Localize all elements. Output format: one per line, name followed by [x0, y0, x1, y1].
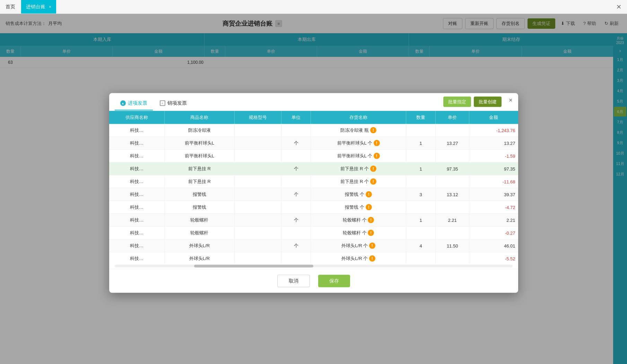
cell-supplier: 科技…	[109, 175, 165, 188]
cell-unit	[281, 124, 311, 137]
cell-spec	[234, 188, 281, 201]
cell-unit-price	[435, 124, 469, 137]
window-close-button[interactable]: ✕	[616, 3, 621, 11]
table-row[interactable]: 科技… 前平衡杆球头L 前平衡杆球头L 个 ! -1.59	[109, 149, 518, 162]
table-row[interactable]: 科技… 轮毂螺杆 轮毂螺杆 个 ! -0.27	[109, 226, 518, 239]
cell-quantity	[406, 201, 436, 214]
outgoing-tab-label: 销项发票	[167, 100, 187, 106]
modal-dialog: ▲ 进项发票 ≡ 销项发票 批量指定 批量创建 × 供应商名称 商品名	[109, 93, 518, 293]
cell-product: 防冻冷却液	[165, 124, 234, 137]
warning-icon: !	[368, 217, 374, 223]
cell-product: 前平衡杆球头L	[165, 149, 234, 162]
home-label: 首页	[6, 4, 15, 10]
horizontal-scrollbar[interactable]	[115, 265, 513, 268]
table-row[interactable]: 科技… 前下悬挂 R 前下悬挂 R 个 ! -11.68	[109, 175, 518, 188]
cell-unit: 个	[281, 188, 311, 201]
cancel-button[interactable]: 取消	[277, 275, 310, 287]
invoice-table: 供应商名称 商品名称 规格型号 单位 存货名称 数量 单价 金额 科技…	[109, 111, 518, 263]
cell-unit-price: 13.12	[435, 188, 469, 201]
cell-unit-price: 97.35	[435, 162, 469, 175]
warning-icon: !	[374, 140, 380, 146]
cell-unit	[281, 175, 311, 188]
table-row[interactable]: 科技… 前下悬挂 R 个 前下悬挂 R 个 ! 1 97.35 97.35	[109, 162, 518, 175]
cell-spec	[234, 162, 281, 175]
tab-outgoing-invoice[interactable]: ≡ 销项发票	[154, 97, 192, 111]
incoming-tab-label: 进项发票	[128, 100, 147, 106]
cell-unit	[281, 201, 311, 214]
cell-product: 轮毂螺杆	[165, 214, 234, 226]
cell-stock: 外球头L/R 个 !	[311, 239, 406, 252]
cell-spec	[234, 226, 281, 239]
tab-incoming-invoice[interactable]: ▲ 进项发票	[115, 97, 153, 111]
cell-amount: 13.27	[469, 137, 518, 149]
cell-quantity: 1	[406, 162, 436, 175]
cell-amount: -1,243.76	[469, 124, 518, 137]
modal-close-button[interactable]: ×	[509, 97, 513, 104]
cell-unit-price: 11.50	[435, 239, 469, 252]
warning-icon: !	[369, 255, 375, 262]
home-tab[interactable]: 首页	[0, 0, 21, 14]
save-button[interactable]: 保存	[318, 275, 350, 287]
cell-product: 外球头L/R	[165, 239, 234, 252]
table-row[interactable]: 科技… 防冻冷却液 防冻冷却液 瓶 ! -1,243.76	[109, 124, 518, 137]
cell-product: 前下悬挂 R	[165, 175, 234, 188]
cell-stock: 前下悬挂 R 个 !	[311, 162, 406, 175]
active-tab[interactable]: 进销台账 ×	[21, 0, 56, 14]
cell-supplier: 科技…	[109, 214, 165, 226]
cell-quantity: 1	[406, 137, 436, 149]
tab-close-icon[interactable]: ×	[49, 5, 51, 9]
cell-unit: 个	[281, 137, 311, 149]
cell-supplier: 科技…	[109, 162, 165, 175]
cell-amount: 97.35	[469, 162, 518, 175]
warning-icon: !	[368, 230, 374, 236]
cell-unit: 个	[281, 162, 311, 175]
cell-supplier: 科技…	[109, 149, 165, 162]
cell-spec	[234, 239, 281, 252]
table-row[interactable]: 科技… 前平衡杆球头L 个 前平衡杆球头L 个 ! 1 13.27 13.27	[109, 137, 518, 149]
cell-stock: 前下悬挂 R 个 !	[311, 175, 406, 188]
cell-stock: 外球头L/R 个 !	[311, 252, 406, 263]
cell-unit	[281, 149, 311, 162]
top-bar: 首页 进销台账 × ✕	[0, 0, 627, 14]
cell-amount: 2.21	[469, 214, 518, 226]
cell-stock: 轮毂螺杆 个 !	[311, 226, 406, 239]
modal-scroll-area[interactable]: 供应商名称 商品名称 规格型号 单位 存货名称 数量 单价 金额 科技…	[109, 111, 518, 263]
table-row[interactable]: 科技… 外球头L/R 个 外球头L/R 个 ! 4 11.50 46.01	[109, 239, 518, 252]
cell-unit-price	[435, 149, 469, 162]
warning-icon: !	[370, 179, 376, 185]
cell-unit	[281, 252, 311, 263]
batch-create-button[interactable]: 批量创建	[474, 97, 502, 107]
cell-stock: 前平衡杆球头L 个 !	[311, 137, 406, 149]
cell-stock: 轮毂螺杆 个 !	[311, 214, 406, 226]
table-row[interactable]: 科技… 外球头L/R 外球头L/R 个 ! -5.52	[109, 252, 518, 263]
table-row[interactable]: 科技… 报警线 报警线 个 ! -4.72	[109, 201, 518, 214]
cell-supplier: 科技…	[109, 201, 165, 214]
col-product: 商品名称	[165, 111, 234, 124]
outgoing-tab-icon: ≡	[160, 101, 165, 106]
cell-product: 轮毂螺杆	[165, 226, 234, 239]
cell-unit-price	[435, 252, 469, 263]
batch-assign-button[interactable]: 批量指定	[443, 97, 471, 107]
cell-spec	[234, 137, 281, 149]
modal-header-actions: 批量指定 批量创建	[443, 97, 502, 107]
cell-stock: 前平衡杆球头L 个 !	[311, 149, 406, 162]
cell-product: 外球头L/R	[165, 252, 234, 263]
main-content: 销售成本计算方法： 月平均 商贸企业进销台账 ≡ 对账 重新开账 存货别名 生成…	[0, 14, 627, 364]
table-row[interactable]: 科技… 轮毂螺杆 个 轮毂螺杆 个 ! 1 2.21 2.21	[109, 214, 518, 226]
cell-supplier: 科技…	[109, 124, 165, 137]
cell-unit-price	[435, 226, 469, 239]
cell-unit-price	[435, 201, 469, 214]
cell-stock: 报警线 个 !	[311, 201, 406, 214]
table-row[interactable]: 科技… 报警线 个 报警线 个 ! 3 13.12 39.37	[109, 188, 518, 201]
col-stock: 存货名称	[311, 111, 406, 124]
cell-quantity	[406, 252, 436, 263]
scrollbar-thumb	[194, 265, 313, 268]
cell-spec	[234, 149, 281, 162]
cell-quantity	[406, 226, 436, 239]
cell-amount: -11.68	[469, 175, 518, 188]
table-header-row: 供应商名称 商品名称 规格型号 单位 存货名称 数量 单价 金额	[109, 111, 518, 124]
cell-unit-price	[435, 175, 469, 188]
warning-icon: !	[374, 153, 380, 159]
warning-icon: !	[366, 204, 372, 210]
col-spec: 规格型号	[234, 111, 281, 124]
